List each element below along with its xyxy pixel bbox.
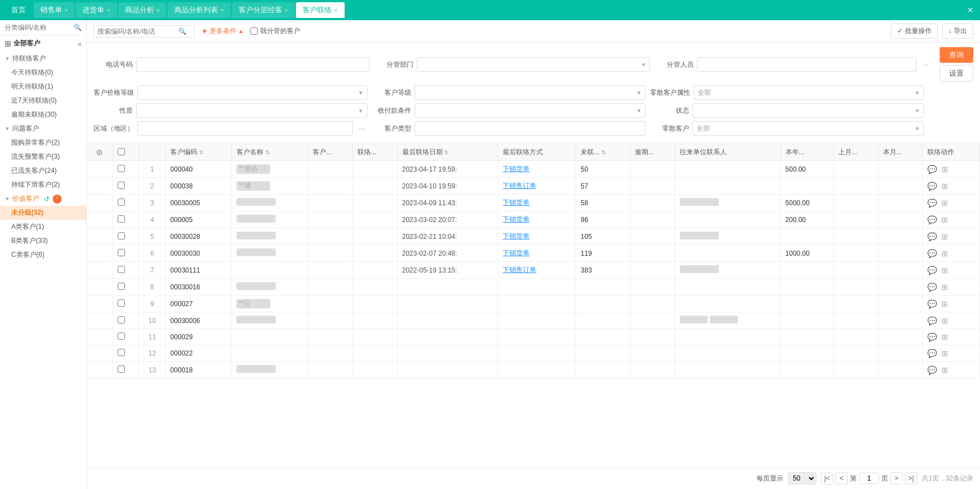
row-settings[interactable] (87, 279, 113, 296)
row-checkbox[interactable] (118, 316, 125, 324)
last-contact-method-column-header[interactable]: 最后联络方式 (498, 144, 576, 161)
more-icon[interactable]: ⊞ (941, 266, 948, 275)
row-last-contact-method[interactable] (498, 279, 576, 296)
contact-column-header[interactable]: 联络... (352, 144, 397, 161)
pending-contact-section[interactable]: ▼ 待联络客户 (0, 52, 86, 66)
sidebar-item-overdue[interactable]: 逾期未联络(30) (0, 108, 86, 122)
row-settings[interactable] (87, 262, 113, 279)
row-last-contact-method[interactable] (498, 329, 576, 345)
row-checkbox-cell[interactable] (113, 345, 139, 362)
no-contact-column-header[interactable]: 未联... (576, 144, 630, 161)
checkbox-column-header[interactable] (113, 144, 139, 161)
settings-column-header[interactable]: ⚙ (87, 144, 113, 161)
row-checkbox[interactable] (118, 366, 125, 373)
row-checkbox[interactable] (118, 249, 125, 256)
name-column-header[interactable]: 客户名称 (232, 144, 308, 161)
more-icon[interactable]: ⊞ (941, 215, 948, 224)
row-settings[interactable] (87, 312, 113, 329)
customer-level-select[interactable]: ▼ (415, 85, 646, 100)
sidebar-item-class-c[interactable]: C类客户(6) (0, 248, 86, 262)
chat-icon[interactable]: 💬 (927, 366, 937, 375)
reset-button[interactable]: 设置 (940, 65, 973, 82)
last-page-button[interactable]: >| (905, 472, 917, 485)
row-last-contact-method[interactable]: 下销货单 (498, 195, 576, 211)
row-actions[interactable]: 💬 ⊞ (923, 195, 980, 211)
sidebar-search-bar[interactable]: 🔍 (0, 20, 86, 35)
row-last-contact-method[interactable] (498, 362, 576, 379)
row-checkbox-cell[interactable] (113, 161, 139, 178)
sidebar-item-tomorrow[interactable]: 明天待联络(1) (0, 80, 86, 94)
row-checkbox[interactable] (118, 199, 125, 206)
problem-customers-section[interactable]: ▼ 问题客户 (0, 122, 86, 136)
this-year-column-header[interactable]: 本年... (781, 144, 833, 161)
close-goods-analysis-list-icon[interactable]: × (220, 7, 224, 13)
staff-select[interactable] (697, 57, 916, 72)
row-checkbox[interactable] (118, 215, 125, 223)
sidebar-item-today[interactable]: 今天待联络(0) (0, 66, 86, 80)
sidebar-item-lost[interactable]: 已流失客户(24) (0, 164, 86, 178)
row-settings[interactable] (87, 245, 113, 262)
row-checkbox[interactable] (118, 299, 125, 307)
row-settings[interactable] (87, 161, 113, 178)
this-month-column-header[interactable]: 本月... (878, 144, 923, 161)
close-purchase-icon[interactable]: × (106, 7, 110, 13)
last-month-column-header[interactable]: 上月... (833, 144, 878, 161)
page-input[interactable] (859, 473, 879, 484)
row-actions[interactable]: 💬 ⊞ (923, 362, 980, 379)
tab-sales[interactable]: 销售单 × (34, 2, 75, 18)
row-checkbox[interactable] (118, 333, 125, 340)
customer-type-select[interactable] (415, 121, 646, 136)
row-checkbox[interactable] (118, 266, 125, 273)
more-icon[interactable]: ⊞ (941, 333, 948, 342)
row-checkbox-cell[interactable] (113, 296, 139, 312)
row-settings[interactable] (87, 329, 113, 345)
tab-customer-segment[interactable]: 客户分层经客 × (232, 2, 295, 18)
more-icon[interactable]: ⊞ (941, 349, 948, 358)
row-last-contact-method[interactable] (498, 312, 576, 329)
tab-customer-contact[interactable]: 客户联络 × (296, 2, 344, 18)
staff-dots[interactable]: ··· (919, 60, 931, 69)
all-customers-header[interactable]: ⊞ 全部客户 « (0, 35, 86, 52)
sidebar-collapse-icon[interactable]: « (77, 39, 82, 48)
row-actions[interactable]: 💬 ⊞ (923, 228, 980, 245)
tab-goods-analysis-list[interactable]: 商品分析列表 × (168, 2, 230, 18)
row-last-contact-method[interactable]: 下销售订单 (498, 178, 576, 195)
chat-icon[interactable]: 💬 (927, 199, 937, 207)
more-icon[interactable]: ⊞ (941, 199, 948, 207)
dept-select[interactable]: ▼ (417, 57, 651, 72)
price-level-select[interactable]: ▼ (137, 85, 368, 100)
row-checkbox[interactable] (118, 232, 125, 239)
chat-icon[interactable]: 💬 (927, 232, 937, 241)
sidebar-search-input[interactable] (4, 24, 71, 31)
sidebar-item-abnormal[interactable]: 囤购异常客户(2) (0, 136, 86, 150)
chat-icon[interactable]: 💬 (927, 316, 937, 325)
batch-operations-button[interactable]: ✓ 批量操作 (891, 24, 937, 39)
sidebar-item-class-b[interactable]: B类客户(33) (0, 234, 86, 248)
status-select[interactable]: ▼ (693, 103, 924, 118)
row-last-contact-method[interactable]: 下销货单 (498, 161, 576, 178)
chat-icon[interactable]: 💬 (927, 299, 937, 308)
row-actions[interactable]: 💬 ⊞ (923, 211, 980, 228)
code-column-header[interactable]: 客户编码 (165, 144, 231, 161)
row-last-contact-method[interactable]: 下销售订单 (498, 262, 576, 279)
overdue-column-header[interactable]: 逾期... (630, 144, 675, 161)
row-checkbox[interactable] (118, 165, 125, 172)
row-settings[interactable] (87, 211, 113, 228)
row-actions[interactable]: 💬 ⊞ (923, 312, 980, 329)
row-settings[interactable] (87, 362, 113, 379)
row-checkbox-cell[interactable] (113, 279, 139, 296)
more-icon[interactable]: ⊞ (941, 232, 948, 241)
select-all-checkbox[interactable] (118, 148, 125, 155)
row-settings[interactable] (87, 345, 113, 362)
retail-customer-select[interactable]: 全部▼ (693, 121, 924, 136)
per-page-select[interactable]: 50 100 200 (788, 472, 816, 485)
row-checkbox-cell[interactable] (113, 211, 139, 228)
row-checkbox-cell[interactable] (113, 195, 139, 211)
row-checkbox[interactable] (118, 283, 125, 290)
row-last-contact-method[interactable]: 下销货单 (498, 228, 576, 245)
type-column-header[interactable]: 客户... (308, 144, 353, 161)
sidebar-search-icon[interactable]: 🔍 (73, 24, 82, 31)
more-icon[interactable]: ⊞ (941, 182, 948, 191)
row-checkbox-cell[interactable] (113, 262, 139, 279)
row-checkbox-cell[interactable] (113, 362, 139, 379)
